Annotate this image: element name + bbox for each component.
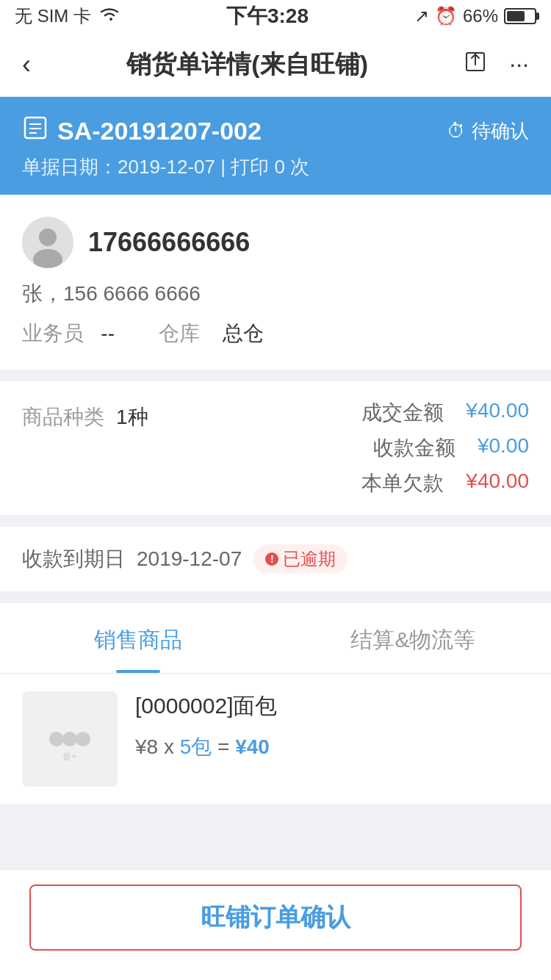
due-date-value: 2019-12-07 bbox=[137, 547, 242, 571]
overdue-text: 已逾期 bbox=[283, 547, 336, 571]
order-status: ⏱ 待确认 bbox=[447, 118, 529, 144]
product-thumbnail: 督+ bbox=[22, 691, 118, 787]
product-item: 督+ [0000002]面包 ¥8 x 5包 = ¥40 bbox=[0, 674, 551, 804]
battery-text: 66% bbox=[463, 6, 498, 26]
amount-value-1: ¥0.00 bbox=[478, 434, 529, 462]
tab-products[interactable]: 销售商品 bbox=[0, 603, 276, 673]
customer-top: 17666666666 bbox=[22, 217, 529, 268]
svg-point-11 bbox=[76, 732, 90, 746]
amount-row-2: 本单欠款 ¥40.00 bbox=[361, 469, 529, 497]
nav-actions: ··· bbox=[464, 50, 529, 79]
customer-phone: 17666666666 bbox=[88, 227, 250, 258]
tab-logistics-label: 结算&物流等 bbox=[350, 627, 475, 652]
warehouse-label: 仓库 bbox=[159, 322, 200, 345]
carrier-text: 无 SIM 卡 bbox=[15, 4, 91, 28]
amount-value-0: ¥40.00 bbox=[466, 399, 529, 427]
back-button[interactable]: ‹ bbox=[22, 49, 31, 80]
amount-value-2: ¥40.00 bbox=[466, 469, 529, 497]
order-header: SA-20191207-002 ⏱ 待确认 单据日期：2019-12-07 | … bbox=[0, 97, 551, 195]
page-title: 销货单详情(来自旺铺) bbox=[126, 48, 368, 82]
amount-row-1: 收款金额 ¥0.00 bbox=[373, 434, 529, 462]
wifi-icon bbox=[98, 6, 120, 26]
customer-meta: 业务员 -- 仓库 总仓 bbox=[22, 320, 529, 347]
salesperson-label: 业务员 bbox=[22, 322, 84, 345]
status-clock-icon: ⏱ bbox=[447, 120, 466, 143]
order-id: SA-20191207-002 bbox=[22, 115, 262, 147]
svg-point-9 bbox=[49, 732, 64, 746]
status-right: ↗ ⏰ 66% bbox=[414, 6, 536, 26]
order-header-top: SA-20191207-002 ⏱ 待确认 bbox=[22, 115, 529, 147]
salesperson-section: 业务员 -- bbox=[22, 320, 115, 347]
salesperson-value: -- bbox=[101, 322, 115, 345]
overdue-dot-icon: ! bbox=[265, 552, 278, 566]
status-text: 待确认 bbox=[472, 118, 529, 144]
svg-point-7 bbox=[39, 228, 57, 246]
avatar bbox=[22, 217, 73, 268]
tabs-section: 销售商品 结算&物流等 督+ [0000002]面包 ¥8 x 5包 = ¥40 bbox=[0, 603, 551, 804]
nav-bar: ‹ 销货单详情(来自旺铺) ··· bbox=[0, 32, 551, 97]
product-total: ¥40 bbox=[235, 735, 270, 758]
location-icon: ↗ bbox=[414, 6, 429, 26]
customer-section: 17666666666 张，156 6666 6666 业务员 -- 仓库 总仓 bbox=[0, 195, 551, 370]
due-date-label: 收款到期日 bbox=[22, 545, 125, 573]
product-separator: = bbox=[212, 735, 235, 758]
warehouse-section: 仓库 总仓 bbox=[159, 320, 264, 347]
confirm-button-label: 旺铺订单确认 bbox=[201, 901, 350, 934]
customer-name: 张，156 6666 6666 bbox=[22, 280, 529, 308]
product-price: ¥8 x 5包 = ¥40 bbox=[135, 733, 529, 761]
product-unit-price: ¥8 x bbox=[135, 735, 180, 758]
more-button[interactable]: ··· bbox=[509, 51, 529, 78]
alarm-icon: ⏰ bbox=[435, 6, 457, 26]
status-left: 无 SIM 卡 bbox=[15, 4, 120, 28]
overdue-badge: ! 已逾期 bbox=[253, 544, 347, 574]
summary-section: 商品种类 1种 成交金额 ¥40.00 收款金额 ¥0.00 本单欠款 ¥40.… bbox=[0, 381, 551, 515]
svg-text:督+: 督+ bbox=[62, 752, 76, 762]
order-icon bbox=[22, 115, 48, 147]
amount-row-0: 成交金额 ¥40.00 bbox=[361, 399, 529, 427]
svg-point-10 bbox=[62, 732, 77, 746]
share-button[interactable] bbox=[464, 50, 487, 79]
amount-label-1: 收款金额 bbox=[373, 434, 455, 462]
amount-label-0: 成交金额 bbox=[361, 399, 444, 427]
product-info: [0000002]面包 ¥8 x 5包 = ¥40 bbox=[135, 691, 529, 761]
confirm-button[interactable]: 旺铺订单确认 bbox=[29, 884, 522, 951]
product-qty: 5包 bbox=[180, 735, 212, 758]
warehouse-value: 总仓 bbox=[223, 322, 264, 345]
bottom-bar: 旺铺订单确认 bbox=[0, 869, 551, 980]
summary-right: 成交金额 ¥40.00 收款金额 ¥0.00 本单欠款 ¥40.00 bbox=[361, 399, 529, 497]
product-name: [0000002]面包 bbox=[135, 691, 529, 721]
order-id-text: SA-20191207-002 bbox=[57, 117, 262, 145]
product-type-label: 商品种类 bbox=[22, 403, 104, 431]
due-date-section: 收款到期日 2019-12-07 ! 已逾期 bbox=[0, 527, 551, 591]
order-date: 单据日期：2019-12-07 | 打印 0 次 bbox=[22, 154, 529, 180]
status-time: 下午3:28 bbox=[226, 2, 309, 30]
tab-products-label: 销售商品 bbox=[94, 627, 182, 652]
amount-label-2: 本单欠款 bbox=[361, 469, 444, 497]
battery-icon bbox=[504, 8, 536, 24]
summary-left: 商品种类 1种 bbox=[22, 399, 148, 431]
tab-logistics[interactable]: 结算&物流等 bbox=[276, 603, 551, 673]
tabs-row: 销售商品 结算&物流等 bbox=[0, 603, 551, 674]
product-type-value: 1种 bbox=[116, 403, 148, 431]
status-bar: 无 SIM 卡 下午3:28 ↗ ⏰ 66% bbox=[0, 0, 551, 32]
